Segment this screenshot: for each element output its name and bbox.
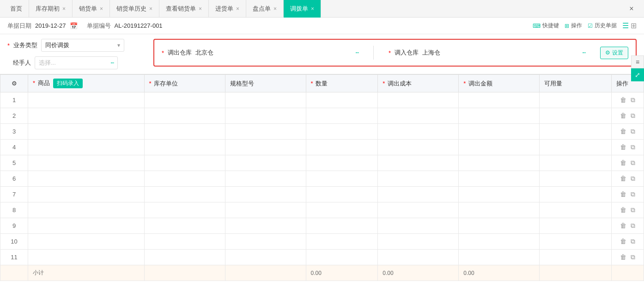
delete-icon-1[interactable]: 🗑 [620, 96, 626, 104]
calendar-icon[interactable]: 📅 [70, 22, 78, 30]
delete-icon-2[interactable]: 🗑 [620, 112, 626, 119]
row-cost-10[interactable] [378, 234, 459, 250]
row-cost-8[interactable] [378, 202, 459, 218]
row-cost-7[interactable] [378, 187, 459, 202]
delete-icon-5[interactable]: 🗑 [620, 159, 626, 166]
row-amount-3[interactable] [459, 124, 540, 140]
row-qty-2[interactable] [306, 108, 378, 124]
row-qty-10[interactable] [306, 234, 378, 250]
row-spec-7[interactable] [225, 187, 306, 202]
copy-icon-4[interactable]: ⧉ [631, 143, 635, 151]
row-amount-11[interactable] [459, 250, 540, 265]
tab-close-inventory-init[interactable]: × [62, 6, 66, 12]
delete-icon-11[interactable]: 🗑 [620, 253, 626, 261]
row-spec-10[interactable] [225, 234, 306, 250]
row-spec-9[interactable] [225, 218, 306, 234]
shortcut-action[interactable]: ⌨ 快捷键 [533, 22, 559, 30]
row-product-1[interactable] [28, 92, 145, 108]
tab-transfer[interactable]: 调拨单 × [284, 0, 321, 18]
handler-dots[interactable]: ··· [110, 59, 114, 67]
row-amount-6[interactable] [459, 171, 540, 187]
row-spec-6[interactable] [225, 171, 306, 187]
delete-icon-6[interactable]: 🗑 [620, 175, 626, 182]
row-unit-11[interactable] [144, 250, 225, 265]
row-product-5[interactable] [28, 155, 145, 171]
row-spec-8[interactable] [225, 202, 306, 218]
right-expand-icon[interactable]: ⤢ [631, 68, 644, 81]
delete-icon-8[interactable]: 🗑 [620, 206, 626, 214]
row-unit-2[interactable] [144, 108, 225, 124]
tab-view-sales[interactable]: 查看销货单 × [159, 0, 209, 18]
row-spec-2[interactable] [225, 108, 306, 124]
row-amount-5[interactable] [459, 155, 540, 171]
row-unit-1[interactable] [144, 92, 225, 108]
copy-icon-2[interactable]: ⧉ [631, 112, 635, 119]
row-product-10[interactable] [28, 234, 145, 250]
row-cost-3[interactable] [378, 124, 459, 140]
row-qty-9[interactable] [306, 218, 378, 234]
tab-close-sales-history[interactable]: × [149, 6, 152, 12]
row-avail-7[interactable] [540, 187, 612, 202]
history-action[interactable]: ☑ 历史单据 [588, 22, 617, 30]
handler-select[interactable]: 选择... ··· [35, 56, 118, 69]
business-type-select[interactable]: 同价调拨 ▾ [41, 39, 124, 52]
row-unit-8[interactable] [144, 202, 225, 218]
row-product-9[interactable] [28, 218, 145, 234]
row-cost-5[interactable] [378, 155, 459, 171]
row-product-8[interactable] [28, 202, 145, 218]
delete-icon-7[interactable]: 🗑 [620, 190, 626, 198]
row-unit-9[interactable] [144, 218, 225, 234]
tab-inventory-init[interactable]: 库存期初 × [29, 0, 73, 18]
copy-icon-7[interactable]: ⧉ [631, 190, 635, 198]
row-qty-8[interactable] [306, 202, 378, 218]
copy-icon-11[interactable]: ⧉ [631, 253, 635, 261]
row-amount-8[interactable] [459, 202, 540, 218]
row-cost-9[interactable] [378, 218, 459, 234]
right-list-icon[interactable]: ≡ [631, 55, 644, 68]
row-amount-7[interactable] [459, 187, 540, 202]
row-product-11[interactable] [28, 250, 145, 265]
tab-home[interactable]: 首页 [4, 0, 29, 18]
tab-sales-order[interactable]: 销货单 × [73, 0, 110, 18]
delete-icon-9[interactable]: 🗑 [620, 222, 626, 229]
copy-icon-5[interactable]: ⧉ [631, 159, 635, 166]
row-product-7[interactable] [28, 187, 145, 202]
row-unit-7[interactable] [144, 187, 225, 202]
tab-close-purchase-order[interactable]: × [236, 6, 239, 12]
row-qty-7[interactable] [306, 187, 378, 202]
row-qty-1[interactable] [306, 92, 378, 108]
tab-close-sales-order[interactable]: × [100, 6, 103, 12]
row-spec-11[interactable] [225, 250, 306, 265]
row-cost-11[interactable] [378, 250, 459, 265]
copy-icon-8[interactable]: ⧉ [631, 206, 635, 214]
copy-icon-10[interactable]: ⧉ [631, 238, 635, 245]
tab-sales-history[interactable]: 销货单历史 × [110, 0, 159, 18]
row-product-6[interactable] [28, 171, 145, 187]
row-avail-9[interactable] [540, 218, 612, 234]
scan-button[interactable]: 扫码录入 [53, 79, 83, 88]
tab-stocktake[interactable]: 盘点单 × [246, 0, 284, 18]
tab-purchase-order[interactable]: 进货单 × [209, 0, 246, 18]
row-qty-3[interactable] [306, 124, 378, 140]
row-unit-6[interactable] [144, 171, 225, 187]
row-product-3[interactable] [28, 124, 145, 140]
tab-close-transfer[interactable]: × [311, 6, 314, 12]
settings-button[interactable]: ⚙ 设置 [600, 47, 628, 59]
row-unit-4[interactable] [144, 140, 225, 155]
row-unit-3[interactable] [144, 124, 225, 140]
row-avail-2[interactable] [540, 108, 612, 124]
gear-icon[interactable]: ⚙ [12, 80, 17, 87]
row-product-4[interactable] [28, 140, 145, 155]
transfer-in-dots[interactable]: ··· [582, 49, 585, 57]
copy-icon-6[interactable]: ⧉ [631, 175, 635, 182]
row-cost-4[interactable] [378, 140, 459, 155]
row-avail-5[interactable] [540, 155, 612, 171]
row-spec-3[interactable] [225, 124, 306, 140]
col-settings[interactable]: ⚙ [0, 75, 28, 92]
row-spec-4[interactable] [225, 140, 306, 155]
row-spec-5[interactable] [225, 155, 306, 171]
row-amount-4[interactable] [459, 140, 540, 155]
row-cost-1[interactable] [378, 92, 459, 108]
row-avail-4[interactable] [540, 140, 612, 155]
row-avail-10[interactable] [540, 234, 612, 250]
